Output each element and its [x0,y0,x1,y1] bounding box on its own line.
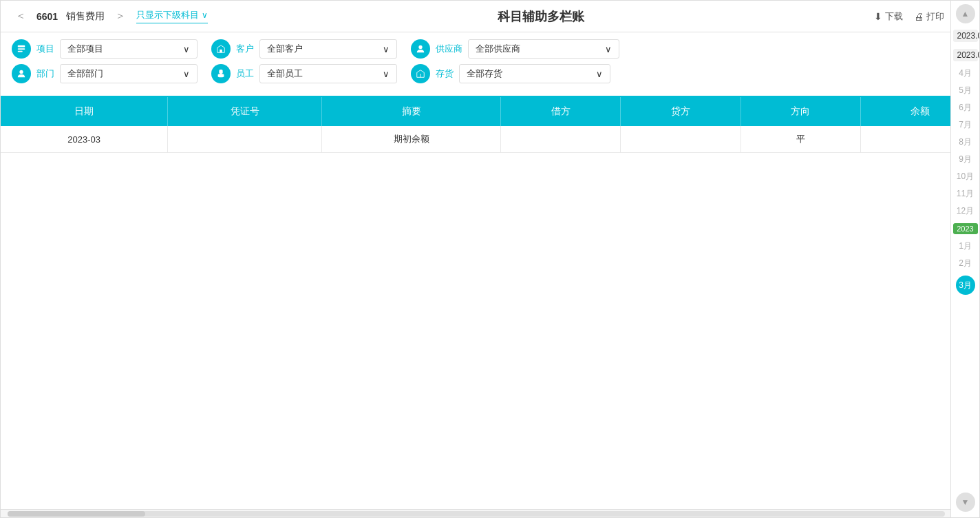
show-sub-toggle[interactable]: 只显示下级科目 ∨ [136,9,208,23]
supplier-value: 全部供应商 [476,43,520,55]
sidebar-period-1[interactable]: 2023.03 [951,26,979,45]
next-account-btn[interactable]: ＞ [111,8,129,25]
customer-select[interactable]: 全部客户 ∨ [259,39,397,59]
stock-label: 存货 [436,68,454,80]
data-table: 日期 凭证号 摘要 借方 贷方 方向 余额 2023-03 期初余额 平 [1,97,979,153]
supplier-select[interactable]: 全部供应商 ∨ [468,39,619,59]
sidebar-year-2023[interactable]: 2023 [951,220,979,238]
sidebar-down-button[interactable]: ▼ [956,493,975,512]
download-label: 下载 [885,10,903,23]
col-date: 日期 [1,97,168,126]
table-container: 日期 凭证号 摘要 借方 贷方 方向 余额 2023-03 期初余额 平 [1,96,979,153]
stock-select[interactable]: 全部存货 ∨ [459,64,610,83]
sidebar-month-7[interactable]: 7月 [951,116,979,134]
table-row: 2023-03 期初余额 平 [1,126,979,153]
period-tag-1: 2023.03 [953,30,978,42]
filter-area: 项目 全部项目 ∨ 客户 全部客户 ∨ [1,32,979,96]
dept-label: 部门 [36,68,54,80]
svg-rect-1 [18,48,25,50]
chevron-down-icon: ∨ [605,44,612,54]
customer-filter: 客户 全部客户 ∨ [211,39,397,59]
dept-value: 全部部门 [67,68,103,80]
sidebar-month-9[interactable]: 9月 [951,151,979,168]
sidebar-month-12[interactable]: 12月 [951,203,979,220]
employee-icon [211,64,231,83]
print-button[interactable]: 🖨 打印 [914,10,944,23]
svg-point-4 [418,45,422,49]
sidebar-month-11[interactable]: 11月 [951,185,979,203]
print-icon: 🖨 [914,11,924,22]
dept-icon [12,64,31,83]
project-value: 全部项目 [67,43,103,55]
page-title: 科目辅助多栏账 [215,8,867,25]
download-icon: ⬇ [874,11,882,22]
sidebar-month-6[interactable]: 6月 [951,99,979,116]
cell-summary: 期初余额 [322,126,501,153]
sidebar-month-3-active[interactable]: 3月 [951,272,979,298]
download-button[interactable]: ⬇ 下载 [874,10,903,23]
scroll-track [8,511,945,517]
sidebar-up-button[interactable]: ▲ [956,4,975,23]
chevron-down-icon: ∨ [383,44,390,54]
cell-credit [621,126,741,153]
col-credit: 贷方 [621,97,741,126]
svg-rect-6 [219,70,222,74]
cell-date: 2023-03 [1,126,168,153]
account-code: 6601 [36,11,58,22]
chevron-down-icon: ∨ [183,44,190,54]
project-icon [12,39,31,59]
dept-select[interactable]: 全部部门 ∨ [60,64,198,83]
col-debit: 借方 [500,97,620,126]
supplier-icon [411,39,430,59]
svg-rect-2 [18,51,23,52]
print-label: 打印 [926,10,944,23]
project-label: 项目 [36,43,54,55]
employee-select[interactable]: 全部员工 ∨ [259,64,397,83]
prev-account-btn[interactable]: ＜ [12,8,30,25]
project-filter: 项目 全部项目 ∨ [12,39,198,59]
right-sidebar: ▲ 2023.03 2023.03 4月 5月 6月 7月 8月 9月 10月 … [950,1,979,517]
col-voucher: 凭证号 [168,97,322,126]
account-name: 销售费用 [66,10,105,23]
filter-row-1: 项目 全部项目 ∨ 客户 全部客户 ∨ [12,39,968,59]
sidebar-period-2[interactable]: 2023.03 [951,45,979,65]
sidebar-month-2[interactable]: 2月 [951,255,979,272]
stock-value: 全部存货 [467,68,502,80]
horizontal-scrollbar[interactable] [1,509,952,517]
cell-debit [500,126,620,153]
sidebar-month-1[interactable]: 1月 [951,238,979,255]
filter-row-2: 部门 全部部门 ∨ 员工 全部员工 ∨ [12,64,968,83]
cell-voucher [168,126,322,153]
svg-point-5 [19,70,23,74]
customer-value: 全部客户 [267,43,303,55]
project-select[interactable]: 全部项目 ∨ [60,39,198,59]
header: ＜ 6601 销售费用 ＞ 只显示下级科目 ∨ 科目辅助多栏账 ⬇ 下载 🖨 打… [1,1,979,32]
show-sub-label: 只显示下级科目 [136,9,199,21]
sidebar-month-10[interactable]: 10月 [951,168,979,185]
employee-value: 全部员工 [267,68,303,80]
col-direction: 方向 [741,97,860,126]
action-buttons: ⬇ 下载 🖨 打印 [874,10,944,23]
chevron-down-icon: ∨ [183,69,190,79]
stock-filter: 存货 全部存货 ∨ [411,64,610,83]
sidebar-month-4[interactable]: 4月 [951,65,979,82]
customer-label: 客户 [236,43,254,55]
sidebar-month-5[interactable]: 5月 [951,82,979,99]
chevron-down-icon: ∨ [596,69,603,79]
sidebar-month-8[interactable]: 8月 [951,134,979,151]
cell-direction: 平 [741,126,860,153]
dept-filter: 部门 全部部门 ∨ [12,64,198,83]
supplier-label: 供应商 [436,43,462,55]
supplier-filter: 供应商 全部供应商 ∨ [411,39,619,59]
up-arrow-icon: ▲ [961,9,970,19]
employee-label: 员工 [236,68,254,80]
chevron-down-icon: ∨ [202,10,208,20]
svg-rect-3 [220,50,222,52]
main-window: ＜ 6601 销售费用 ＞ 只显示下级科目 ∨ 科目辅助多栏账 ⬇ 下载 🖨 打… [0,0,980,518]
stock-icon [411,64,430,83]
year-active-tag: 2023 [953,223,978,234]
employee-filter: 员工 全部员工 ∨ [211,64,397,83]
chevron-down-icon: ∨ [383,69,390,79]
scroll-thumb[interactable] [8,511,145,517]
col-summary: 摘要 [322,97,501,126]
